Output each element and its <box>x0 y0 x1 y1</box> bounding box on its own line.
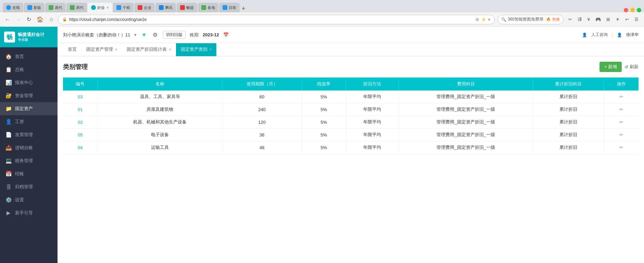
col-accum: 累计折旧科目 <box>533 77 604 91</box>
cell-period-1: 240 <box>222 103 302 116</box>
edit-btn-0[interactable]: ✏ <box>619 94 623 99</box>
cell-expense-4: 管理费用_固定资产折旧_一级 <box>399 141 533 154</box>
browser-tab-1[interactable]: 新版 <box>24 3 45 12</box>
header-settings-btn[interactable]: ⚙ <box>151 31 159 39</box>
page-tabs: 首页 固定资产管理 × 固定资产折旧统计表 × 固定资产类别 × <box>58 43 644 56</box>
assets-icon: 📁 <box>5 106 12 112</box>
dropdown-icon[interactable]: ▾ <box>488 17 490 22</box>
sidebar-item-home[interactable]: 🏠 首页 <box>0 50 58 63</box>
search-bar[interactable]: 🔍 360智能抠图免费用 🔥 热搜 <box>497 15 564 24</box>
cell-id-4[interactable]: 04 <box>63 141 98 154</box>
table-row: 01 房屋及建筑物 240 5% 年限平均 管理费用_固定资产折旧_一级 累计折… <box>63 103 639 116</box>
sidebar-item-invoice[interactable]: 📄 发票管理 <box>0 128 58 141</box>
nav-home-btn[interactable]: 🏠 <box>35 15 45 23</box>
browser-tab-10[interactable]: 目前 <box>219 3 240 12</box>
settlement-icon: 📅 <box>5 171 12 177</box>
nav-reload-btn[interactable]: ↻ <box>25 15 33 23</box>
hot-label: 🔥 <box>546 17 551 22</box>
tab-icon-7 <box>159 5 164 10</box>
browser-tab-3[interactable]: 易代 <box>66 3 87 12</box>
cell-id-1[interactable]: 01 <box>63 103 98 116</box>
browser-nav-bar: ← → ↻ 🏠 ☆ 🔒 https://cloud.chanjet.com/ac… <box>0 12 644 27</box>
cell-id-0[interactable]: 03 <box>63 91 98 103</box>
header-actions: + 新增 ↺ 刷新 <box>599 62 639 72</box>
wallet-icon[interactable]: ¥ <box>585 16 592 23</box>
page-tab-home[interactable]: 首页 <box>63 43 81 56</box>
cell-accum-0: 累计折旧 <box>533 91 604 103</box>
sidebar-item-settings[interactable]: ⚙️ 设置 <box>0 193 58 206</box>
tab-label-7: 腾讯 <box>165 5 173 10</box>
tab-icon-5 <box>116 5 121 10</box>
win-max-btn[interactable] <box>637 8 641 12</box>
cell-method-3: 年限平均 <box>346 129 399 141</box>
tab-icon-9 <box>201 5 206 10</box>
sidebar-item-settlement[interactable]: 📅 结账 <box>0 167 58 180</box>
win-min-btn[interactable] <box>630 8 635 12</box>
sidebar-item-inventory[interactable]: 📥 进销台账 <box>0 141 58 154</box>
game-icon[interactable]: 🎮 <box>593 16 603 23</box>
edit-btn-3[interactable]: ✏ <box>619 132 623 138</box>
category-table: 编号 名称 使用期限（月） 残值率 折旧方法 费用科目 累计折旧科目 操作 03… <box>63 77 639 154</box>
tab-label-10: 目前 <box>229 5 236 10</box>
translate-icon[interactable]: 译 <box>576 16 584 23</box>
header-add-btn[interactable]: + <box>141 31 147 39</box>
browser-tab-7[interactable]: 腾讯 <box>155 3 176 12</box>
cut-icon[interactable]: ✂ <box>566 16 574 23</box>
nav-bookmark-btn[interactable]: ☆ <box>48 15 55 23</box>
cell-action-4: ✏ <box>604 141 639 154</box>
tab-close-4[interactable]: × <box>107 6 109 10</box>
theme-icon[interactable]: ☀ <box>614 16 622 23</box>
sidebar-item-reports[interactable]: 📊 报表中心 <box>0 76 58 89</box>
cell-name-0: 器具、工具、家具等 <box>98 91 222 103</box>
refresh-btn[interactable]: ↺ 刷新 <box>624 64 639 70</box>
sidebar-item-payroll[interactable]: 👤 工资 <box>0 115 58 128</box>
win-close-btn[interactable] <box>624 8 628 12</box>
browser-tab-6[interactable]: 企业 <box>134 3 155 12</box>
sidebar-item-archive[interactable]: 🗄 归档管理 <box>0 180 58 193</box>
switch-version-btn[interactable]: 切到旧版 <box>163 31 186 39</box>
tab-label-0: 在线 <box>12 5 20 10</box>
sidebar-item-tax[interactable]: 💻 税务管理 <box>0 154 58 167</box>
cell-id-2[interactable]: 02 <box>63 116 98 129</box>
tab-icon-3 <box>70 5 75 10</box>
menu-icon[interactable]: ☰ <box>632 16 641 23</box>
grid-icon[interactable]: ⊞ <box>604 16 612 23</box>
sidebar-item-fixed-assets[interactable]: 📁 固定资产 <box>0 102 58 115</box>
sidebar-item-ledger[interactable]: 📋 总账 <box>0 63 58 76</box>
browser-tab-8[interactable]: 畅提 <box>177 3 197 12</box>
cell-period-4: 48 <box>222 141 302 154</box>
cell-method-1: 年限平均 <box>346 103 399 116</box>
table-row: 03 器具、工具、家具等 60 5% 年限平均 管理费用_固定资产折旧_一级 累… <box>63 91 639 103</box>
nav-back-btn[interactable]: ← <box>3 16 12 23</box>
sidebar-item-funds[interactable]: 🔐 资金管理 <box>0 89 58 102</box>
page-header: 类别管理 + 新增 ↺ 刷新 <box>63 62 639 72</box>
consult-label[interactable]: 人工咨询 <box>591 32 608 38</box>
cell-accum-3: 累计折旧 <box>533 129 604 141</box>
browser-tab-4[interactable]: 好会 × <box>88 3 112 12</box>
page-tab-depreciation[interactable]: 固定资产折旧统计表 × <box>122 43 176 56</box>
page-tab-assets-mgmt[interactable]: 固定资产管理 × <box>81 43 122 56</box>
sidebar-item-guide[interactable]: ▶ 新手引导 <box>0 206 58 219</box>
page-tab-category-close[interactable]: × <box>210 47 212 51</box>
calendar-icon[interactable]: 📅 <box>223 32 229 37</box>
edit-btn-4[interactable]: ✏ <box>619 145 623 150</box>
browser-tab-2[interactable]: 易代 <box>45 3 66 12</box>
user-dropdown-icon[interactable]: ▾ <box>134 32 137 37</box>
browser-tab-0[interactable]: 在线 <box>3 3 23 12</box>
edit-btn-2[interactable]: ✏ <box>619 119 623 125</box>
nav-forward-btn[interactable]: → <box>14 16 23 23</box>
address-bar[interactable]: 🔒 https://cloud.chanjet.com/accounting/u… <box>58 15 495 24</box>
add-category-btn[interactable]: + 新增 <box>599 62 622 72</box>
window-controls <box>624 8 641 12</box>
page-tab-category[interactable]: 固定资产类别 × <box>176 43 216 56</box>
new-tab-button[interactable]: + <box>240 5 247 12</box>
page-tab-assets-close[interactable]: × <box>115 47 117 51</box>
page-tab-depreciation-close[interactable]: × <box>169 47 171 51</box>
edit-btn-1[interactable]: ✏ <box>619 107 623 112</box>
cell-id-3[interactable]: 05 <box>63 129 98 141</box>
tab-label-5: 个税 <box>123 5 130 10</box>
undo-icon[interactable]: ↩ <box>623 16 631 23</box>
browser-tab-9[interactable]: 各地 <box>198 3 218 12</box>
browser-tab-5[interactable]: 个税 <box>113 3 134 12</box>
tab-icon-4 <box>91 5 96 10</box>
